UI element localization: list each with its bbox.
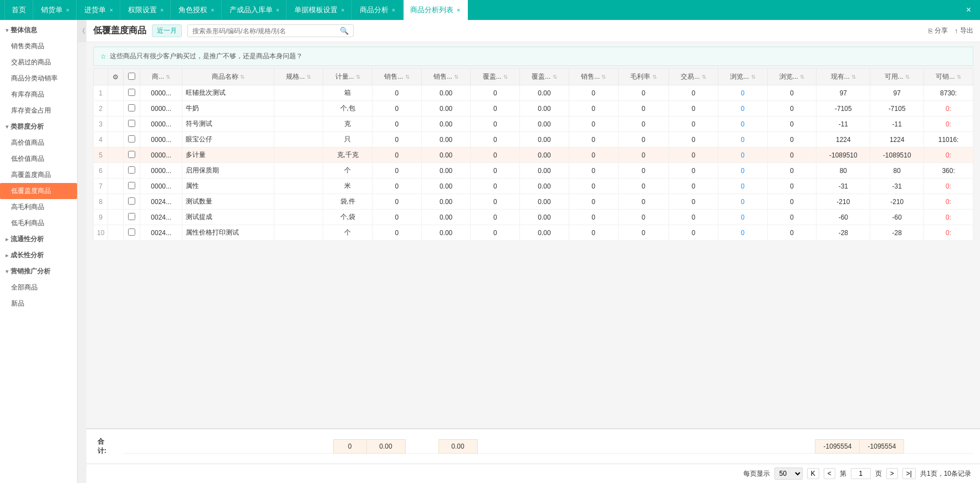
sidebar-group-marketing[interactable]: ▾ 营销推广分析 — [0, 263, 77, 279]
row-view1[interactable]: 0 — [718, 148, 768, 163]
nav-product-analysis-list[interactable]: 商品分析列表 × — [404, 0, 467, 20]
nav-product-analysis[interactable]: 商品分析 × — [353, 0, 402, 20]
nav-close-icon[interactable]: × — [341, 7, 344, 13]
search-icon[interactable]: 🔍 — [340, 27, 349, 35]
sort-icon[interactable]: ⇅ — [553, 74, 557, 80]
sidebar-item-category-rate[interactable]: 商品分类动销率 — [0, 70, 77, 87]
col-checkbox[interactable] — [124, 69, 140, 85]
row-select-checkbox[interactable] — [128, 104, 135, 111]
sort-icon[interactable]: ⇅ — [454, 74, 458, 80]
nav-close-icon[interactable]: × — [457, 7, 460, 13]
sort-icon[interactable]: ⇅ — [652, 74, 657, 80]
sort-icon[interactable]: ⇅ — [800, 74, 804, 80]
sidebar-item-traded-goods[interactable]: 交易过的商品 — [0, 54, 77, 70]
sidebar-group-growth[interactable]: ▸ 成长性分析 — [0, 247, 77, 263]
sort-icon[interactable]: ⇅ — [905, 74, 910, 80]
row-select-checkbox[interactable] — [128, 182, 135, 189]
row-view1[interactable]: 0 — [718, 179, 768, 194]
row-view1[interactable]: 0 — [718, 101, 768, 116]
sidebar-item-high-margin[interactable]: 高毛利商品 — [0, 199, 77, 215]
nav-home[interactable]: 首页 — [4, 0, 33, 20]
nav-close-icon[interactable]: × — [66, 7, 69, 13]
row-code: 0000... — [140, 85, 182, 101]
sidebar-group-circulation[interactable]: ▸ 流通性分析 — [0, 231, 77, 247]
row-view1[interactable]: 0 — [718, 225, 768, 241]
search-input[interactable] — [192, 27, 336, 35]
nav-close-icon[interactable]: × — [276, 7, 279, 13]
sort-icon[interactable]: ⇅ — [957, 74, 961, 80]
sidebar-item-new-goods[interactable]: 新品 — [0, 296, 77, 312]
close-all-tabs-button[interactable]: × — [962, 5, 976, 15]
sort-icon[interactable]: ⇅ — [356, 74, 360, 80]
select-all-checkbox[interactable] — [128, 73, 135, 80]
sort-icon[interactable]: ⇅ — [601, 74, 606, 80]
row-select-checkbox[interactable] — [128, 166, 135, 174]
row-checkbox[interactable] — [124, 163, 140, 179]
row-select-checkbox[interactable] — [128, 213, 135, 220]
last-page-button[interactable]: >| — [902, 468, 916, 479]
sidebar-item-low-coverage[interactable]: 低覆盖度商品 — [0, 183, 77, 199]
nav-close-icon[interactable]: × — [109, 7, 113, 13]
nav-close-icon[interactable]: × — [160, 7, 164, 13]
sidebar-group-overview[interactable]: ▾ 整体信息 — [0, 22, 77, 38]
per-page-select[interactable]: 50 100 200 — [774, 467, 803, 480]
nav-role-auth[interactable]: 角色授权 × — [172, 0, 221, 20]
row-view1[interactable]: 0 — [718, 163, 768, 179]
row-checkbox[interactable] — [124, 194, 140, 210]
sidebar-item-all-goods[interactable]: 全部商品 — [0, 279, 77, 296]
nav-close-icon[interactable]: × — [392, 7, 395, 13]
sort-icon[interactable]: ⇅ — [702, 74, 706, 80]
sidebar-item-low-margin[interactable]: 低毛利商品 — [0, 215, 77, 231]
first-page-button[interactable]: K — [807, 468, 819, 479]
next-page-button[interactable]: > — [886, 468, 898, 479]
row-checkbox[interactable] — [124, 210, 140, 225]
row-view1[interactable]: 0 — [718, 85, 768, 101]
sort-icon[interactable]: ⇅ — [307, 74, 311, 80]
prev-page-button[interactable]: < — [824, 468, 835, 479]
nav-template-settings[interactable]: 单据模板设置 × — [288, 0, 351, 20]
row-view1[interactable]: 0 — [718, 210, 768, 225]
row-select-checkbox[interactable] — [128, 197, 135, 205]
sort-icon[interactable]: ⇅ — [851, 74, 856, 80]
sidebar-item-sales-goods[interactable]: 销售类商品 — [0, 38, 77, 54]
row-checkbox[interactable] — [124, 148, 140, 163]
sort-icon[interactable]: ⇅ — [405, 74, 410, 80]
row-select-checkbox[interactable] — [128, 228, 135, 236]
col-settings[interactable]: ⚙ — [108, 69, 124, 85]
row-select-checkbox[interactable] — [128, 135, 135, 143]
row-checkbox[interactable] — [124, 179, 140, 194]
nav-finished-goods[interactable]: 产成品入库单 × — [223, 0, 287, 20]
nav-permission-settings[interactable]: 权限设置 × — [121, 0, 171, 20]
row-unit: 袋,件 — [323, 194, 372, 210]
row-settings — [108, 85, 124, 101]
row-view1[interactable]: 0 — [718, 132, 768, 148]
page-number-input[interactable] — [851, 468, 871, 479]
row-select-checkbox[interactable] — [128, 151, 135, 158]
row-select-checkbox[interactable] — [128, 89, 135, 96]
sidebar-item-capital-usage[interactable]: 库存资金占用 — [0, 103, 77, 119]
export-button[interactable]: ↑ 导出 — [955, 26, 973, 35]
nav-close-icon[interactable]: × — [211, 7, 214, 13]
share-button[interactable]: ⎘ 分享 — [928, 26, 948, 35]
row-select-checkbox[interactable] — [128, 120, 135, 127]
row-checkbox[interactable] — [124, 101, 140, 116]
sort-icon[interactable]: ⇅ — [503, 74, 508, 80]
nav-purchase-order[interactable]: 进货单 × — [78, 0, 120, 20]
sort-icon[interactable]: ⇅ — [751, 74, 756, 80]
row-checkbox[interactable] — [124, 116, 140, 132]
sidebar-item-high-coverage[interactable]: 高覆盖度商品 — [0, 167, 77, 183]
sidebar-group-cluster[interactable]: ▾ 类群度分析 — [0, 119, 77, 135]
sidebar-item-low-value[interactable]: 低价值商品 — [0, 151, 77, 167]
row-checkbox[interactable] — [124, 132, 140, 148]
nav-sales-order[interactable]: 销货单 × — [34, 0, 76, 20]
row-checkbox[interactable] — [124, 85, 140, 101]
time-filter-badge[interactable]: 近一月 — [152, 24, 182, 37]
row-view1[interactable]: 0 — [718, 194, 768, 210]
row-checkbox[interactable] — [124, 225, 140, 241]
sidebar-item-high-value[interactable]: 高价值商品 — [0, 135, 77, 151]
sidebar-item-stock-goods[interactable]: 有库存商品 — [0, 87, 77, 103]
row-view1[interactable]: 0 — [718, 116, 768, 132]
sort-icon[interactable]: ⇅ — [240, 74, 244, 80]
sidebar-collapse-button[interactable]: 《 — [78, 20, 86, 42]
sort-icon[interactable]: ⇅ — [166, 74, 170, 80]
